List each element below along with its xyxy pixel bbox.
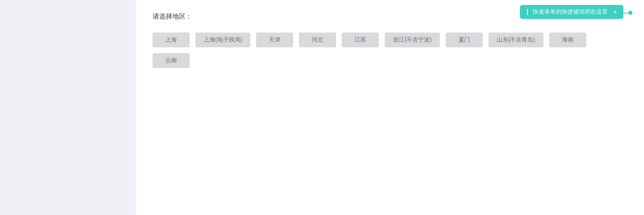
tooltip-close-button[interactable]: × bbox=[613, 9, 617, 15]
region-button[interactable]: 上海 bbox=[153, 33, 190, 47]
region-button[interactable]: 厦门 bbox=[446, 33, 483, 47]
tooltip-dot bbox=[628, 11, 632, 15]
tooltip-line bbox=[620, 13, 629, 14]
tooltip-banner: 快速录单的快捷键说明在这里 × bbox=[520, 5, 623, 19]
main-content: 请选择地区： 上海上海(电子税局)天津河北江苏浙江(不含宁波)厦门山东(不含青岛… bbox=[136, 0, 644, 215]
sidebar bbox=[0, 0, 136, 215]
region-buttons: 上海上海(电子税局)天津河北江苏浙江(不含宁波)厦门山东(不含青岛)海南云南 bbox=[153, 33, 628, 68]
region-button[interactable]: 天津 bbox=[256, 33, 293, 47]
region-button[interactable]: 海南 bbox=[549, 33, 586, 47]
region-button[interactable]: 山东(不含青岛) bbox=[489, 33, 543, 47]
region-button[interactable]: 江苏 bbox=[342, 33, 379, 47]
region-button[interactable]: 河北 bbox=[299, 33, 336, 47]
region-button[interactable]: 上海(电子税局) bbox=[195, 33, 250, 47]
tooltip-text: 快速录单的快捷键说明在这里 bbox=[533, 8, 608, 16]
region-button[interactable]: 浙江(不含宁波) bbox=[385, 33, 440, 47]
region-button[interactable]: 云南 bbox=[153, 53, 190, 68]
